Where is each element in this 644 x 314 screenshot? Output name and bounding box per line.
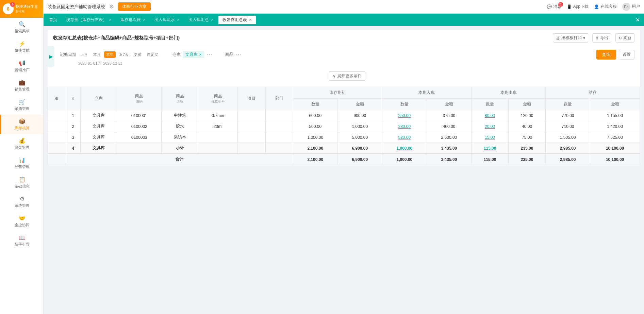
expand-row: ∨ 展开更多条件 — [60, 69, 634, 83]
col-header-warehouse: 仓库 — [80, 87, 117, 110]
cell-settings — [48, 121, 66, 132]
tab-close-icon[interactable]: ✕ — [211, 18, 214, 22]
date-btn-curr-year[interactable]: 本年 — [104, 51, 116, 58]
refresh-button[interactable]: ↻ 刷新 — [615, 33, 634, 43]
export-button[interactable]: ⬆ 导出 — [592, 33, 611, 43]
cell-dept — [265, 110, 293, 121]
tab-close-icon[interactable]: ✕ — [143, 18, 146, 22]
total-in-amt: 3,435.00 — [427, 154, 471, 165]
sub-out-qty[interactable]: 115.00 — [471, 143, 508, 154]
date-btn-custom[interactable]: 自定义 — [145, 51, 160, 58]
sidebar-item-quick[interactable]: ⚡快捷导航 — [0, 37, 43, 56]
date-btn-curr-month[interactable]: 本月 — [91, 51, 103, 58]
sidebar-item-label: 基础信息 — [15, 184, 30, 189]
col-header-in-amt: 金额 — [427, 99, 471, 110]
cell-no: 3 — [66, 132, 80, 143]
filter-main: 记账日期 上月 本月 本年 近7天 更多 自定义 仓库 — [54, 46, 640, 87]
col-header-opening-qty: 数量 — [293, 99, 337, 110]
cell-in-qty[interactable]: 250.00 — [382, 110, 427, 121]
filter-row-date-range: 2023-01-01 至 2023-12-31 — [60, 61, 634, 66]
tab-flow[interactable]: 出入库流水✕ — [150, 16, 184, 24]
sidebar-item-operation[interactable]: 📊经营管理 — [0, 153, 43, 173]
print-button[interactable]: 🖨 按模板打印 ▾ — [553, 33, 588, 43]
cell-out-qty[interactable]: 20.00 — [471, 121, 508, 132]
tab-close-icon[interactable]: ✕ — [177, 18, 180, 22]
sub-name: 小计 — [162, 143, 198, 154]
total-out-amt: 235.00 — [509, 154, 546, 165]
cell-name: 中性笔 — [162, 110, 198, 121]
col-header-goods-spec: 商品规格型号 — [198, 87, 238, 110]
topbar-right: 💬 消息 6 📱 App下载 👤 在线客服 Ea 用户 — [547, 3, 640, 11]
tab-label: 出入库汇总 — [188, 17, 209, 23]
online-service-button[interactable]: 👤 在线客服 — [594, 4, 617, 10]
cell-project — [238, 121, 265, 132]
sidebar-item-search[interactable]: 🔍搜索菜单 — [0, 18, 43, 37]
cell-in-amt: 460.00 — [427, 121, 471, 132]
tab-close-icon[interactable]: ✕ — [109, 18, 112, 22]
user-button[interactable]: Ea 用户 — [622, 3, 640, 11]
sub-balance-amt: 10,100.00 — [590, 143, 640, 154]
logo-text: 畅捷通好生意 标准版 — [16, 4, 38, 13]
tab-label: 出入库流水 — [154, 17, 175, 23]
filter-right-actions: 查询 设置 — [596, 50, 634, 60]
warehouse-more-btn[interactable]: ··· — [207, 52, 213, 58]
col-header-settings[interactable]: ⚙ — [48, 87, 66, 110]
sidebar-logo: 6 6 畅捷通好生意 标准版 — [0, 0, 43, 18]
date-btn-prev-month[interactable]: 上月 — [78, 51, 90, 58]
sidebar-item-marketing[interactable]: 📢营销推广 — [0, 56, 43, 76]
cell-opening-qty: 1,000.00 — [293, 132, 337, 143]
tab-stock_dist[interactable]: 现存量（库存分布表）✕ — [62, 16, 116, 24]
tab-summary[interactable]: 出入库汇总✕ — [184, 16, 218, 24]
sub-project — [238, 143, 265, 154]
warehouse-tag: 文具库 ✕ — [183, 51, 204, 58]
cell-balance-qty: 1,505.00 — [546, 132, 590, 143]
warehouse-tag-close[interactable]: ✕ — [199, 53, 202, 56]
tab-label: 首页 — [49, 17, 57, 23]
cell-out-qty[interactable]: 15.00 — [471, 132, 508, 143]
tab-recv_send[interactable]: 收发存汇总表✕ — [218, 16, 256, 24]
message-button[interactable]: 💬 消息 6 — [547, 4, 561, 10]
filter-collapse-arrow[interactable]: ▶ — [48, 46, 54, 67]
query-button[interactable]: 查询 — [596, 50, 616, 60]
date-btn-more[interactable]: 更多 — [132, 51, 144, 58]
sidebar-item-purchase[interactable]: 🛒采购管理 — [0, 95, 43, 115]
goods-label: 商品 — [225, 52, 233, 57]
finance-icon: 💰 — [19, 137, 26, 144]
filter-settings-button[interactable]: 设置 — [619, 50, 634, 60]
date-label: 记账日期 — [60, 52, 76, 57]
trial-button[interactable]: 体验行业方案 — [118, 2, 151, 11]
sidebar-item-guide[interactable]: 📖新手引导 — [0, 231, 43, 250]
sidebar-item-label: 系统管理 — [15, 203, 30, 208]
col-header-no: # — [66, 87, 80, 110]
sub-opening-qty: 2,100.00 — [293, 143, 337, 154]
col-header-out-qty: 数量 — [471, 99, 508, 110]
cell-in-qty[interactable]: 230.00 — [382, 121, 427, 132]
col-header-balance-qty: 数量 — [546, 99, 590, 110]
sidebar-item-base[interactable]: 📋基础信息 — [0, 173, 43, 192]
app-download-button[interactable]: 📱 App下载 — [567, 4, 589, 10]
total-settings — [48, 154, 66, 165]
cell-opening-amt: 1,000.00 — [337, 121, 382, 132]
cell-in-amt: 375.00 — [427, 110, 471, 121]
sidebar-item-finance[interactable]: 💰资金管理 — [0, 134, 43, 153]
tab-batch[interactable]: 库存批次账✕ — [116, 16, 150, 24]
date-btn-7days[interactable]: 近7天 — [117, 51, 131, 58]
expand-conditions-button[interactable]: ∨ 展开更多条件 — [329, 71, 365, 81]
sidebar-item-sales[interactable]: 💼销售管理 — [0, 76, 43, 95]
message-icon: 💬 — [547, 4, 552, 9]
cell-in-amt: 2,600.00 — [427, 132, 471, 143]
settings-icon[interactable]: ⚙ — [109, 3, 114, 10]
refresh-icon: ↻ — [618, 36, 622, 40]
goods-more-btn[interactable]: ··· — [235, 52, 242, 58]
sidebar-item-system[interactable]: ⚙系统管理 — [0, 192, 43, 212]
cell-out-qty[interactable]: 80.00 — [471, 110, 508, 121]
tab-home[interactable]: 首页 — [45, 16, 61, 24]
close-all-tabs-button[interactable]: ✕ — [633, 17, 643, 23]
tab-close-icon[interactable]: ✕ — [249, 18, 252, 22]
sidebar-item-collab[interactable]: 🤝企业协同 — [0, 212, 43, 231]
cell-in-qty[interactable]: 520.00 — [382, 132, 427, 143]
tab-label: 收发存汇总表 — [222, 17, 247, 23]
sidebar-item-label: 快捷导航 — [15, 48, 30, 53]
sidebar-item-inventory[interactable]: 📦库存核算 — [0, 115, 43, 134]
sub-in-qty[interactable]: 1,000.00 — [382, 143, 427, 154]
